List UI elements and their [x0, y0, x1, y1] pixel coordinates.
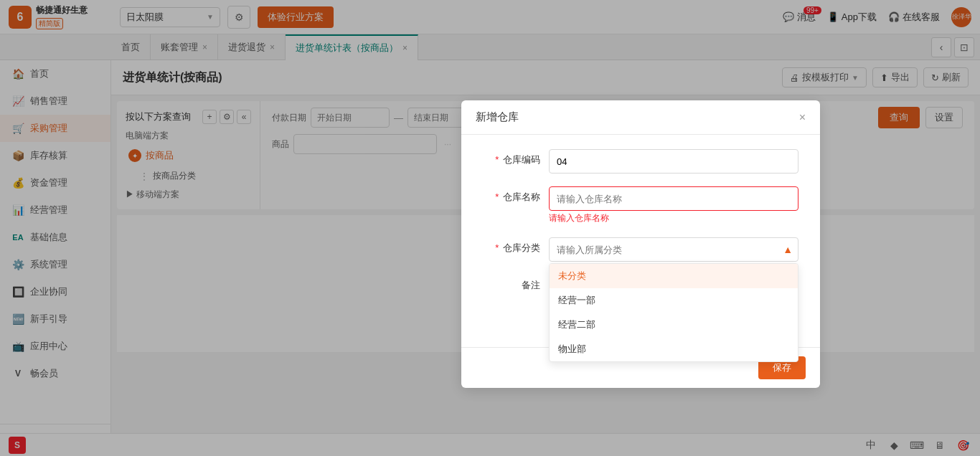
code-control-wrap [549, 149, 798, 174]
category-input[interactable] [549, 237, 798, 262]
name-required-star: * [495, 191, 499, 202]
dialog-body: * 仓库编码 * 仓库名称 请输入仓库名称 * 仓库分类 [461, 135, 820, 347]
dropdown-item-property[interactable]: 物业部 [550, 337, 798, 361]
dialog-header: 新增仓库 × [461, 100, 820, 135]
name-field-row: * 仓库名称 请输入仓库名称 [483, 186, 798, 224]
warehouse-name-input[interactable] [549, 186, 798, 211]
dropdown-item-uncategorized[interactable]: 未分类 [550, 264, 798, 288]
dialog-title: 新增仓库 [476, 110, 519, 124]
code-label: * 仓库编码 [483, 149, 540, 166]
warehouse-code-input[interactable] [549, 149, 798, 174]
name-error-msg: 请输入仓库名称 [549, 212, 798, 224]
category-label: * 仓库分类 [483, 237, 540, 255]
note-label: 备注 [483, 275, 540, 292]
category-control-wrap: ▲ 未分类 经营一部 经营二部 物业部 [549, 237, 798, 262]
category-select-wrap: ▲ 未分类 经营一部 经营二部 物业部 [549, 237, 798, 262]
name-label: * 仓库名称 [483, 186, 540, 204]
dialog-close-button[interactable]: × [799, 111, 806, 124]
name-control-wrap: 请输入仓库名称 [549, 186, 798, 224]
category-field-row: * 仓库分类 ▲ 未分类 经营一部 经营二部 物业部 [483, 237, 798, 262]
code-field-row: * 仓库编码 [483, 149, 798, 174]
dropdown-item-dept1[interactable]: 经营一部 [550, 288, 798, 313]
category-dropdown-list: 未分类 经营一部 经营二部 物业部 [549, 263, 798, 362]
category-required-star: * [495, 242, 499, 253]
new-warehouse-dialog: 新增仓库 × * 仓库编码 * 仓库名称 请输入仓库名称 [461, 100, 820, 388]
dropdown-item-dept2[interactable]: 经营二部 [550, 313, 798, 337]
code-required-star: * [495, 154, 499, 165]
